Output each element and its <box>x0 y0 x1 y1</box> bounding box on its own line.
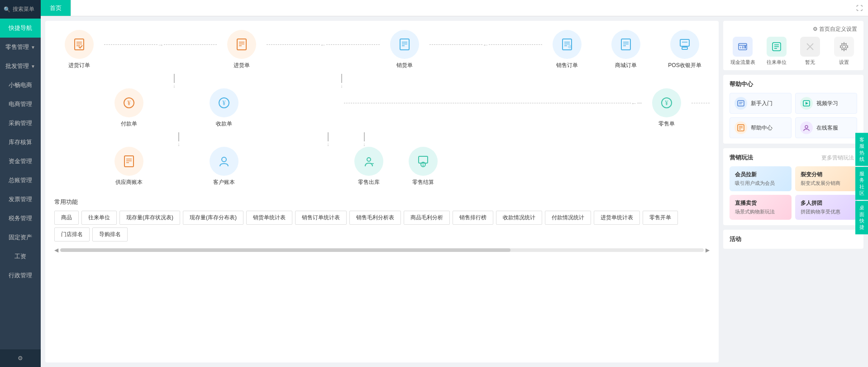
sidebar-item-invoice[interactable]: 发票管理 <box>0 190 41 209</box>
func-btn-0[interactable]: 商品 <box>54 211 79 225</box>
func-btn-10[interactable]: 付款情况统计 <box>545 211 591 225</box>
sidebar-item-ecommerce-small[interactable]: 小畅电商 <box>0 76 41 95</box>
func-btn-4[interactable]: 销货单统计表 <box>246 211 292 225</box>
purchase-icon[interactable] <box>227 30 256 59</box>
sidebar-item-assets[interactable]: 固定资产 <box>0 228 41 247</box>
marketing-card-fission[interactable]: 裂变分销 裂变式发展分销商 <box>795 166 857 191</box>
sidebar-item-retail[interactable]: 零售管理 ▼ <box>0 38 41 57</box>
qn-item-none[interactable]: 暂无 <box>797 37 824 66</box>
help-grid: 新手入门 视频学习 帮助中心 <box>730 93 857 138</box>
qn-item-settings[interactable]: 设置 <box>831 37 858 66</box>
sidebar-item-inventory[interactable]: 库存核算 <box>0 133 41 152</box>
sales-order-icon[interactable] <box>553 30 582 59</box>
none-icon <box>800 37 820 57</box>
svg-rect-42 <box>740 47 741 48</box>
marketing-card-member[interactable]: 会员拉新 吸引用户成为会员 <box>730 166 792 191</box>
cashflow-icon <box>733 37 753 57</box>
float-btn-community[interactable]: 服务社区 <box>855 167 868 200</box>
scroll-bar[interactable] <box>60 248 704 252</box>
right-panel: ⚙ 首页自定义设置 现金流量表 往来单位 <box>723 21 863 362</box>
sales-icon[interactable] <box>390 30 419 59</box>
left-panel: 进货订单 → 进货单 ← <box>45 21 719 362</box>
vline-2 <box>341 74 342 83</box>
receipt-icon[interactable]: ¥ <box>210 88 238 117</box>
svg-point-35 <box>367 158 371 161</box>
customer-ledger-icon[interactable] <box>210 147 238 176</box>
mall-order-icon[interactable] <box>611 30 640 59</box>
marketing-grid: 会员拉新 吸引用户成为会员 裂变分销 裂变式发展分销商 直播卖货 场景式购物新玩… <box>730 166 857 220</box>
qn-item-contacts[interactable]: 往来单位 <box>763 37 790 66</box>
help-item-help-center[interactable]: 帮助中心 <box>730 117 792 138</box>
marketing-card-group[interactable]: 多人拼团 拼团购物享受优惠 <box>795 195 857 220</box>
help-section: 帮助中心 新手入门 视频学习 <box>723 75 863 144</box>
dash-3b <box>489 44 542 45</box>
func-btn-1[interactable]: 往来单位 <box>81 211 117 225</box>
help-center-icon <box>734 121 747 134</box>
scroll-left-arrow[interactable]: ◀ <box>54 247 58 253</box>
purchase-order-icon[interactable] <box>65 30 94 59</box>
marketing-more-link[interactable]: 更多营销玩法 › <box>821 154 857 162</box>
svg-point-34 <box>222 157 226 162</box>
help-item-online-service[interactable]: 在线客服 <box>795 117 857 138</box>
help-item-video[interactable]: 视频学习 <box>795 93 857 114</box>
svg-marker-56 <box>806 102 808 105</box>
func-btn-12[interactable]: 零售开单 <box>643 211 678 225</box>
pos-icon[interactable] <box>670 30 699 59</box>
quick-nav-section: ⚙ 首页自定义设置 现金流量表 往来单位 <box>723 21 863 70</box>
func-btn-7[interactable]: 商品毛利分析 <box>404 211 450 225</box>
float-btn-service[interactable]: 客服热线 <box>855 133 868 166</box>
help-item-beginner[interactable]: 新手入门 <box>730 93 792 114</box>
qn-item-cashflow[interactable]: 现金流量表 <box>730 37 756 66</box>
func-btn-5[interactable]: 销售订单统计表 <box>295 211 347 225</box>
func-btn-8[interactable]: 销售排行榜 <box>453 211 493 225</box>
sidebar-item-purchase[interactable]: 采购管理 <box>0 114 41 133</box>
tab-home[interactable]: 首页 <box>41 0 71 16</box>
settings-icon <box>834 37 854 57</box>
flow-node-payment: ¥ 付款单 <box>104 88 154 128</box>
retail-out-icon[interactable] <box>354 147 383 176</box>
flow-node-pos: POS收银开单 <box>660 30 710 69</box>
float-btn-desktop[interactable]: 桌面快捷 <box>855 201 868 234</box>
supplier-ledger-icon[interactable] <box>114 147 143 176</box>
scroll-right-arrow[interactable]: ▶ <box>706 247 710 253</box>
svg-rect-30 <box>124 156 134 167</box>
flow-row-1: 进货订单 → 进货单 ← <box>54 30 710 69</box>
chevron-icon: ▼ <box>31 64 35 69</box>
dash-2b <box>326 44 380 45</box>
vline-1 <box>174 74 175 83</box>
sidebar-item-salary[interactable]: 工资 <box>0 247 41 266</box>
sidebar-item-wholesale[interactable]: 批发管理 ▼ <box>0 57 41 76</box>
func-btn-3[interactable]: 现存量(库存分布表) <box>183 211 243 225</box>
func-btn-13[interactable]: 门店排名 <box>54 227 90 241</box>
func-btn-14[interactable]: 导购排名 <box>92 227 128 241</box>
sidebar-item-ecommerce-mgmt[interactable]: 电商管理 <box>0 95 41 114</box>
marketing-header: 营销玩法 更多营销玩法 › <box>730 154 857 162</box>
marketing-card-live[interactable]: 直播卖货 场景式购物新玩法 <box>730 195 792 220</box>
flow-row-3: 供应商账本 客户账本 <box>54 147 710 186</box>
flow-node-sales: 销货单 <box>380 30 429 69</box>
maximize-button[interactable]: ⛶ <box>851 5 868 12</box>
arrow-retail: ← <box>631 100 637 117</box>
quick-nav-settings[interactable]: ⚙ 首页自定义设置 <box>730 25 857 33</box>
sidebar-item-finance[interactable]: 资金管理 <box>0 152 41 171</box>
retail-icon[interactable]: ¥ <box>652 88 681 117</box>
func-btn-9[interactable]: 收款情况统计 <box>496 211 542 225</box>
sidebar-item-ledger[interactable]: 总账管理 <box>0 171 41 190</box>
flow-diagram: 进货订单 → 进货单 ← <box>54 30 710 191</box>
sidebar-nav-item[interactable]: 快捷导航 <box>0 19 41 38</box>
sidebar-search[interactable]: 🔍 搜索菜单 <box>0 0 41 19</box>
func-btn-2[interactable]: 现存量(库存状况表) <box>119 211 180 225</box>
func-btn-11[interactable]: 进货单统计表 <box>594 211 640 225</box>
svg-rect-44 <box>744 46 746 48</box>
sidebar-settings-button[interactable]: ⚙ <box>0 349 41 367</box>
svg-rect-43 <box>742 46 744 48</box>
dash-2a <box>267 44 320 45</box>
flow-node-purchase: 进货单 <box>217 30 267 69</box>
payment-icon[interactable]: ¥ <box>114 88 143 117</box>
main-area: 首页 ⛶ 进货订单 <box>41 0 868 367</box>
sidebar-item-admin[interactable]: 行政管理 <box>0 266 41 285</box>
sidebar-item-tax[interactable]: 税务管理 <box>0 209 41 228</box>
flow-node-sales-order: 销售订单 <box>542 30 592 69</box>
func-btn-6[interactable]: 销售毛利分析表 <box>349 211 401 225</box>
retail-settlement-icon[interactable]: ¥ <box>409 147 438 176</box>
